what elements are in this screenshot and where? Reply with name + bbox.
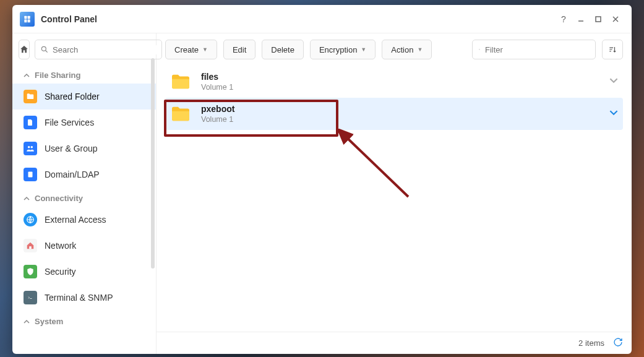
- file-icon: [24, 116, 37, 129]
- encryption-button[interactable]: Encryption▼: [310, 40, 376, 59]
- maximize-button[interactable]: [590, 11, 607, 28]
- chevron-up-icon: [24, 319, 30, 325]
- sidebar-item-file-services[interactable]: File Services: [12, 110, 156, 135]
- sidebar-item-domain-ldap[interactable]: Domain/LDAP: [12, 161, 156, 187]
- filter-input[interactable]: [485, 45, 589, 54]
- shield-icon: [24, 265, 37, 278]
- network-icon: [24, 239, 37, 252]
- svg-rect-12: [28, 172, 33, 178]
- refresh-button[interactable]: [613, 337, 623, 349]
- chevron-up-icon: [24, 72, 30, 79]
- sidebar-item-label: External Access: [45, 215, 106, 225]
- folder-icon: [24, 90, 37, 103]
- sort-button[interactable]: [602, 40, 623, 59]
- edit-button[interactable]: Edit: [223, 40, 255, 59]
- sidebar-search[interactable]: [35, 40, 162, 59]
- titlebar: Control Panel ?: [12, 5, 632, 33]
- chevron-up-icon: [24, 196, 30, 202]
- svg-rect-0: [24, 15, 27, 19]
- create-button[interactable]: Create▼: [165, 40, 217, 59]
- svg-rect-15: [27, 295, 33, 300]
- caret-down-icon: ▼: [417, 46, 423, 53]
- globe-icon: [24, 213, 37, 226]
- section-connectivity[interactable]: Connectivity: [12, 187, 156, 207]
- svg-point-10: [28, 146, 30, 148]
- main-panel: Create▼ Edit Delete Encryption▼ Action▼ …: [157, 33, 632, 354]
- ldap-icon: [24, 168, 37, 181]
- help-button[interactable]: ?: [555, 11, 572, 28]
- sidebar-item-label: Terminal & SNMP: [45, 293, 113, 303]
- section-file-sharing[interactable]: File Sharing: [12, 64, 156, 84]
- home-button[interactable]: [19, 40, 30, 59]
- close-button[interactable]: [607, 11, 624, 28]
- svg-point-8: [41, 46, 46, 51]
- caret-down-icon: ▼: [202, 46, 208, 53]
- status-bar: 2 items: [157, 332, 632, 354]
- chevron-down-icon[interactable]: [609, 108, 618, 119]
- sidebar-item-label: Shared Folder: [45, 92, 100, 101]
- sidebar-item-label: User & Group: [45, 144, 98, 153]
- folder-name: pxeboot: [201, 104, 234, 114]
- folder-list: files Volume 1 pxeboot Volume 1: [157, 66, 632, 332]
- caret-down-icon: ▼: [361, 46, 366, 53]
- sidebar-item-shared-folder[interactable]: Shared Folder: [12, 84, 156, 110]
- svg-point-11: [31, 146, 33, 148]
- svg-line-9: [46, 51, 48, 53]
- action-button[interactable]: Action▼: [382, 40, 432, 59]
- filter-field[interactable]: [472, 40, 596, 59]
- search-icon: [40, 45, 49, 54]
- sidebar-item-terminal-snmp[interactable]: Terminal & SNMP: [12, 285, 156, 311]
- folder-icon: [170, 105, 191, 123]
- search-input[interactable]: [53, 45, 157, 54]
- sidebar-item-label: Security: [45, 267, 76, 277]
- app-icon: [20, 12, 35, 27]
- folder-row[interactable]: pxeboot Volume 1: [165, 98, 623, 130]
- window-title: Control Panel: [41, 14, 97, 24]
- svg-rect-3: [28, 19, 30, 22]
- sidebar-item-label: File Services: [45, 118, 94, 127]
- svg-rect-5: [596, 17, 601, 22]
- sidebar-item-security[interactable]: Security: [12, 259, 156, 285]
- sidebar-item-network[interactable]: Network: [12, 233, 156, 259]
- svg-rect-14: [29, 246, 32, 249]
- svg-rect-2: [24, 19, 27, 22]
- folder-volume: Volume 1: [201, 115, 234, 124]
- sidebar: File Sharing Shared Folder File Services…: [12, 33, 157, 354]
- sidebar-item-user-group[interactable]: User & Group: [12, 135, 156, 161]
- folder-row[interactable]: files Volume 1: [165, 66, 623, 98]
- svg-rect-1: [28, 15, 30, 19]
- control-panel-window: Control Panel ? File: [12, 5, 632, 354]
- filter-icon: [479, 45, 480, 54]
- folder-icon: [170, 73, 191, 90]
- item-count: 2 items: [578, 338, 604, 348]
- sidebar-item-external-access[interactable]: External Access: [12, 207, 156, 233]
- terminal-icon: [24, 291, 37, 304]
- folder-name: files: [201, 72, 233, 82]
- minimize-button[interactable]: [572, 11, 590, 28]
- sidebar-scrollbar[interactable]: [151, 58, 155, 269]
- chevron-down-icon[interactable]: [609, 76, 618, 87]
- section-system[interactable]: System: [12, 311, 156, 330]
- sidebar-item-label: Domain/LDAP: [45, 170, 100, 179]
- sidebar-item-label: Network: [45, 241, 76, 251]
- toolbar: Create▼ Edit Delete Encryption▼ Action▼: [157, 33, 632, 66]
- delete-button[interactable]: Delete: [262, 40, 304, 59]
- users-icon: [24, 142, 37, 155]
- folder-volume: Volume 1: [201, 83, 233, 92]
